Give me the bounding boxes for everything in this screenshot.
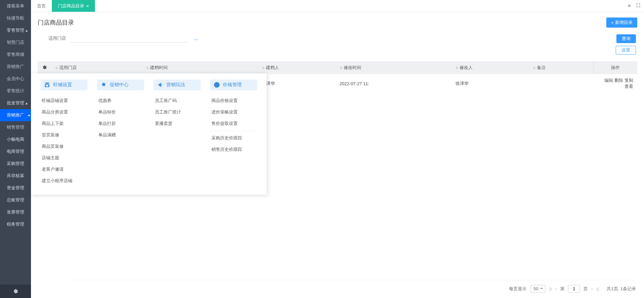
flyout-item[interactable]: 售价提取设置 <box>210 118 257 129</box>
sidebar-item-3[interactable]: 智慧门店 <box>0 36 31 48</box>
flyout-item[interactable]: 优惠券 <box>97 95 144 106</box>
table-header-5[interactable]: ⇅备注 <box>529 61 594 74</box>
table-cell <box>529 74 594 93</box>
sidebar-item-14[interactable]: 库存核算 <box>0 170 31 182</box>
per-page-label: 每页显示 <box>509 286 527 292</box>
row-action-编辑[interactable]: 编辑 <box>604 78 613 83</box>
sidebar-item-15[interactable]: 资金管理 <box>0 182 31 194</box>
tab-0[interactable]: 首页 <box>31 0 52 12</box>
flyout-header-1: 促销中心 <box>97 79 144 90</box>
flyout-item[interactable]: 员工推广统计 <box>154 106 201 118</box>
per-page-select[interactable]: 50 <box>531 285 545 293</box>
sidebar-item-8[interactable]: 批发管理▲ <box>0 97 31 109</box>
page-title: 门店商品目录 <box>38 19 74 27</box>
page-prefix: 第 <box>560 286 565 292</box>
flyout-item[interactable]: 单品特价 <box>97 106 144 118</box>
sidebar-item-12[interactable]: 电商管理 <box>0 145 31 158</box>
fullscreen-icon[interactable] <box>636 3 641 9</box>
marketing-flyout: 旺铺设置旺铺店铺设置商品分类设置商品上下架首页装修商品页装修店铺主题老客户邀请建… <box>31 73 267 195</box>
store-filter-input[interactable] <box>70 34 188 42</box>
flyout-item[interactable]: 商品页装修 <box>40 141 88 152</box>
flyout-item[interactable]: 商品分类设置 <box>40 106 88 118</box>
page-input[interactable] <box>568 285 580 293</box>
flyout-item[interactable]: 商品上下架 <box>40 118 88 129</box>
sidebar: 搜索菜单快捷导航零售管理▲智慧门店零售商城营销推广会员中心零售统计批发管理▲营销… <box>0 0 31 298</box>
table-header-4[interactable]: ⇅修改人 <box>451 61 529 74</box>
table-header-2[interactable]: ⇅建档人 <box>258 61 335 74</box>
query-button[interactable]: 查询 <box>616 34 636 43</box>
table-header-3[interactable]: ⇅修改时间 <box>336 61 451 74</box>
page-prev[interactable]: ‹ <box>555 286 557 291</box>
sidebar-settings[interactable] <box>0 285 31 298</box>
flyout-item[interactable]: 单品打折 <box>97 118 144 129</box>
sidebar-item-6[interactable]: 会员中心 <box>0 73 31 85</box>
flyout-header-0: 旺铺设置 <box>40 79 88 90</box>
sidebar-item-4[interactable]: 零售商城 <box>0 48 31 61</box>
table-header-ops: 操作 <box>594 61 637 74</box>
flyout-item[interactable]: 建立小程序店铺 <box>40 175 88 187</box>
page-header: 门店商品目录 + 新增目录 <box>31 12 644 31</box>
sidebar-item-7[interactable]: 零售统计 <box>0 85 31 97</box>
caret-up-icon: ▲ <box>25 101 28 105</box>
flyout-item[interactable]: 直播卖货 <box>154 118 201 129</box>
caret-left-icon: ◀ <box>28 114 30 117</box>
sort-icon: ⇅ <box>455 66 458 70</box>
flyout-item[interactable]: 首页装修 <box>40 129 88 141</box>
table-cell: 徐泽华 <box>451 74 529 93</box>
tab-1[interactable]: 门店商品目录× <box>52 0 95 12</box>
row-action-复制[interactable]: 复制 <box>624 78 633 83</box>
table-header-0[interactable]: ⇅适用门店 <box>51 61 142 74</box>
flyout-item[interactable]: 采购历史价跟踪 <box>210 132 257 144</box>
flyout-item[interactable]: 老客户邀请 <box>40 164 88 175</box>
page-info: 共1页, 1条记录 <box>607 286 636 292</box>
table-ops-cell: 编辑删除复制查看 <box>594 74 637 93</box>
flyout-item[interactable]: 销售历史价跟踪 <box>210 144 257 155</box>
sidebar-item-10[interactable]: 销售管理 <box>0 121 31 133</box>
sidebar-item-13[interactable]: 采购管理 <box>0 158 31 170</box>
filter-settings-button[interactable]: 设置 <box>616 46 636 55</box>
sidebar-item-0[interactable]: 搜索菜单 <box>0 0 31 12</box>
page-last[interactable]: ›| <box>596 286 599 291</box>
marketing-icon <box>157 81 164 88</box>
sort-icon: ⇅ <box>262 66 265 70</box>
sort-icon: ⇅ <box>533 66 536 70</box>
sidebar-item-9[interactable]: 营销推广◀ <box>0 109 31 121</box>
price-icon <box>213 81 220 88</box>
page-first[interactable]: |‹ <box>549 286 552 291</box>
close-all-icon[interactable]: ✕ <box>628 3 631 8</box>
table-gear-header[interactable] <box>38 61 51 74</box>
filter-more-button[interactable]: ... <box>194 36 199 41</box>
add-catalog-button[interactable]: + 新增目录 <box>606 18 637 28</box>
table-cell: 徐泽华 <box>258 74 335 93</box>
row-action-查看[interactable]: 查看 <box>624 84 633 89</box>
flyout-item[interactable]: 进价策略设置 <box>210 106 257 118</box>
flyout-divider <box>210 131 257 131</box>
sidebar-item-2[interactable]: 零售管理▲ <box>0 24 31 36</box>
tab-close-icon[interactable]: × <box>86 3 89 9</box>
sort-icon: ⇅ <box>55 66 58 70</box>
flyout-header-3: 价格管理 <box>210 79 257 90</box>
store-filter-label: 适用门店 <box>39 35 66 41</box>
flyout-column-1: 促销中心优惠券单品特价单品打折单品满赠 <box>97 79 144 187</box>
sidebar-item-18[interactable]: 税务管理 <box>0 218 31 230</box>
sidebar-item-16[interactable]: 总账管理 <box>0 194 31 206</box>
promo-icon <box>100 81 107 88</box>
gear-icon <box>13 289 18 294</box>
flyout-item[interactable]: 店铺主题 <box>40 152 88 164</box>
sidebar-item-5[interactable]: 营销推广 <box>0 61 31 73</box>
page-suffix: 页 <box>583 286 588 292</box>
row-action-删除[interactable]: 删除 <box>614 78 623 83</box>
sidebar-item-1[interactable]: 快捷导航 <box>0 12 31 24</box>
main-area: 首页门店商品目录× ✕ 门店商品目录 + 新增目录 适用门店 ... <box>31 0 644 298</box>
flyout-item[interactable]: 单品满赠 <box>97 129 144 141</box>
flyout-item[interactable]: 商品价格设置 <box>210 95 257 106</box>
sidebar-item-17[interactable]: 发票管理 <box>0 206 31 218</box>
tab-label: 首页 <box>37 3 46 9</box>
sidebar-item-11[interactable]: 小畅电商 <box>0 133 31 145</box>
flyout-item[interactable]: 旺铺店铺设置 <box>40 95 88 106</box>
flyout-column-0: 旺铺设置旺铺店铺设置商品分类设置商品上下架首页装修商品页装修店铺主题老客户邀请建… <box>40 79 88 187</box>
table-header-1[interactable]: ⇅建档时间 <box>142 61 258 74</box>
page-next[interactable]: › <box>591 286 592 291</box>
flyout-column-3: 价格管理商品价格设置进价策略设置售价提取设置采购历史价跟踪销售历史价跟踪 <box>210 79 257 187</box>
flyout-item[interactable]: 员工推广码 <box>154 95 201 106</box>
